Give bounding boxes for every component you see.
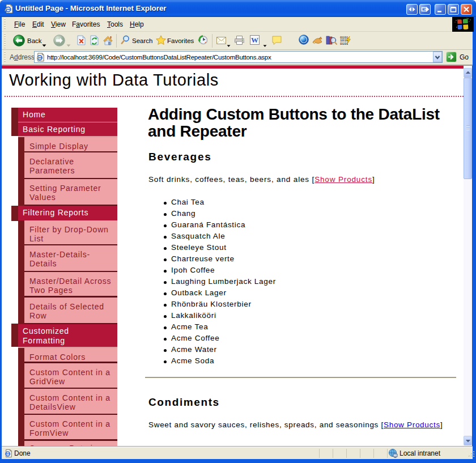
svg-text:W: W [251, 36, 258, 44]
svg-text:0101: 0101 [340, 42, 348, 46]
